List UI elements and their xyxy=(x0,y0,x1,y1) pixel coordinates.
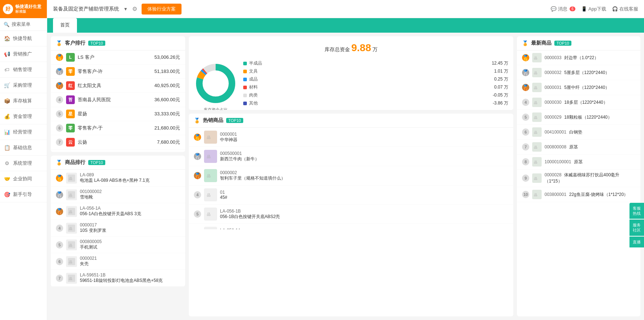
finance-icon: 💰 xyxy=(4,113,10,120)
legend-value: 1.01 万 xyxy=(494,68,508,74)
newest-product-thumbnail: 品 xyxy=(532,157,542,167)
search-menu[interactable]: 🔍 搜索菜单 xyxy=(0,18,47,31)
product-info: 0000021 夹壳 xyxy=(80,256,180,267)
newest-product-info: 004100001 白钢垫 xyxy=(545,129,582,135)
sidebar-item-operations[interactable]: 📊 经营管理 xyxy=(0,124,47,140)
customer-rank-item: 6 零 零售客户-于 21,680.00元 xyxy=(51,121,185,135)
logo-text: 畅捷通好生意 标准版 xyxy=(15,4,41,14)
svg-text:品: 品 xyxy=(69,243,72,247)
app-logo: 好 畅捷通好生意 标准版 xyxy=(0,0,47,18)
sidebar-item-basics[interactable]: 📋 基础信息 xyxy=(0,140,47,156)
legend-name: 半成品 xyxy=(249,60,490,66)
svg-text:品: 品 xyxy=(207,155,211,159)
newest-product-item: 🥈 品 0000032 5厘多层（1220*2440） xyxy=(517,65,640,80)
hot-product-item: 🥈 品 000500001 新西兰牛肉（新牛） xyxy=(189,147,513,166)
legend-item: 肉类 -0.05 万 xyxy=(243,92,508,98)
product-info: 001000002 雪地靴 xyxy=(80,189,180,200)
system-dropdown[interactable]: ▼ xyxy=(123,7,128,12)
customer-rank-item: 🥇 L LS 客户 53,006.26元 xyxy=(51,50,185,65)
rank-number: 10 xyxy=(522,191,529,198)
customer-value: 21,680.00元 xyxy=(154,125,180,131)
product-thumbnail: 品 xyxy=(66,189,77,200)
svg-text:品: 品 xyxy=(69,277,72,280)
legend-item: 半成品 12.45 万 xyxy=(243,60,508,66)
legend-name: 文具 xyxy=(249,68,492,74)
svg-text:品: 品 xyxy=(534,193,537,197)
newest-product-item: 🥇 品 0000033 封边带（1.0*22） xyxy=(517,50,640,65)
message-btn[interactable]: 💬 消息 6 xyxy=(551,6,575,12)
legend-name: 成品 xyxy=(249,76,492,82)
svg-text:品: 品 xyxy=(534,56,537,60)
content-area: 🏅 客户排行 TOP10 🥇 L LS 客户 53,006.26元 🥈 零 零售… xyxy=(47,33,644,320)
guide-icon: 🎯 xyxy=(4,191,10,198)
system-icon: ⚙ xyxy=(4,160,10,167)
newest-product-item: 8 品 10000100001 原茎 xyxy=(517,155,640,169)
newest-product-item: 5 品 0000029 18颗粒板（1220*2440） xyxy=(517,110,640,125)
sidebar-item-finance[interactable]: 💰 资金管理 xyxy=(0,109,47,124)
float-btn-service[interactable]: 客服热线 xyxy=(629,203,644,219)
rank-number: 5 xyxy=(522,114,529,121)
sidebar-item-purchase[interactable]: 🛒 采购管理 xyxy=(0,78,47,93)
customer-avatar: 苔 xyxy=(66,95,75,104)
customer-rank-item: 4 苔 苔南县人民医院 36,600.00元 xyxy=(51,93,185,107)
customer-rank-panel: 🏅 客户排行 TOP10 🥇 L LS 客户 53,006.26元 🥈 零 零售… xyxy=(51,36,185,152)
product-thumbnail: 品 xyxy=(66,223,77,234)
inventory-panel: 库存总资金 9.88 万 xyxy=(189,36,513,110)
svg-text:品: 品 xyxy=(534,71,537,75)
sidebar-item-marketing[interactable]: 📢 营销推广 xyxy=(0,46,47,62)
legend-name: 材料 xyxy=(249,84,492,90)
legend-dot xyxy=(243,102,247,105)
operations-icon: 📊 xyxy=(4,129,10,135)
sidebar-item-sales[interactable]: 🏷 销售管理 xyxy=(0,62,47,78)
hot-product-info: 000500001 新西兰牛肉（新牛） xyxy=(220,151,259,162)
sidebar-item-inventory[interactable]: 📦 库存核算 xyxy=(0,93,47,109)
rank-number: 9 xyxy=(522,175,529,182)
product-info: LA-056-1A 056-1A白色按键开关盖ABS 3克 xyxy=(80,206,180,217)
product-rank-item: 🥉 品 LA-056-1A 056-1A白色按键开关盖ABS 3克 xyxy=(51,203,185,220)
sidebar-item-guide[interactable]: 🎯 新手引导 xyxy=(0,187,47,202)
svg-text:品: 品 xyxy=(534,145,537,149)
settings-icon[interactable]: ⚙ xyxy=(132,5,137,12)
svg-text:品: 品 xyxy=(69,227,72,230)
hot-product-item: 4 品 01 45# xyxy=(189,185,513,205)
svg-rect-29 xyxy=(205,228,216,229)
newest-products-header: 🏅 最新商品 TOP10 xyxy=(517,36,640,50)
right-panels: 🏅 最新商品 TOP10 🥇 品 0000033 封边带（1.0*22） 🥈 品… xyxy=(517,36,640,316)
sidebar-item-system[interactable]: ⚙ 系统管理 xyxy=(0,156,47,171)
customer-avatar: L xyxy=(66,53,75,62)
rank-number: 🥉 xyxy=(56,208,63,215)
newest-product-item: 7 品 000800008 原茎 xyxy=(517,140,640,155)
inventory-chart-area: 库存资金占比 半成品 12.45 万 文具 1.01 万 成品 0.25 万 材… xyxy=(189,57,513,110)
tab-home[interactable]: 首页 xyxy=(53,18,77,33)
customer-rank-title: 客户排行 xyxy=(65,40,85,46)
newest-product-info: 10000100001 原茎 xyxy=(545,159,583,165)
online-service-btn[interactable]: 🎧 在线客服 xyxy=(612,6,638,12)
rank-number: 8 xyxy=(522,158,529,165)
product-rank-panel: 🏅 商品排行 TOP10 🥇 品 LA-089 电池盖 LA-089 ABS本色… xyxy=(51,156,185,287)
sidebar-item-quicknav[interactable]: 🏠 快捷导航 xyxy=(0,31,47,46)
float-btn-community[interactable]: 服务社区 xyxy=(629,220,644,236)
legend-value: -0.05 万 xyxy=(493,92,508,98)
legend-item: 成品 0.25 万 xyxy=(243,76,508,82)
topbar-right: 💬 消息 6 📱 App下载 🎧 在线客服 xyxy=(551,6,638,12)
rank-number: 🥇 xyxy=(522,54,529,61)
customer-rank-item: 7 云 云扬 7,680.00元 xyxy=(51,135,185,149)
svg-text:品: 品 xyxy=(69,193,72,197)
newest-product-item: 9 品 0000028 体臧嘉桃味苏打饮品400毫升（1*15） xyxy=(517,169,640,187)
product-info: 000800005 手机测试 xyxy=(80,239,180,250)
main-area: 装备及固定资产辅助管理系统 ▼ ⚙ 体验行业方案 💬 消息 6 📱 App下载 … xyxy=(47,0,644,320)
donut-label: 库存资金占比 xyxy=(194,107,237,110)
sidebar-item-cooperation[interactable]: 🤝 企业协同 xyxy=(0,171,47,187)
product-thumbnail: 品 xyxy=(66,256,77,267)
product-thumbnail: 品 xyxy=(66,239,77,250)
rank-number: 6 xyxy=(522,128,529,136)
hot-product-item: 🥇 品 0000001 中华神器 xyxy=(189,128,513,147)
svg-text:品: 品 xyxy=(534,177,537,180)
customer-value: 40,925.00元 xyxy=(154,82,180,89)
float-btn-live[interactable]: 直播 xyxy=(629,237,644,247)
customer-name: 零售客户-许 xyxy=(78,68,151,75)
experience-btn[interactable]: 体验行业方案 xyxy=(142,4,182,15)
left-panels: 🏅 客户排行 TOP10 🥇 L LS 客户 53,006.26元 🥈 零 零售… xyxy=(51,36,185,316)
app-download-btn[interactable]: 📱 App下载 xyxy=(581,6,606,12)
customer-value: 36,600.00元 xyxy=(154,97,180,103)
